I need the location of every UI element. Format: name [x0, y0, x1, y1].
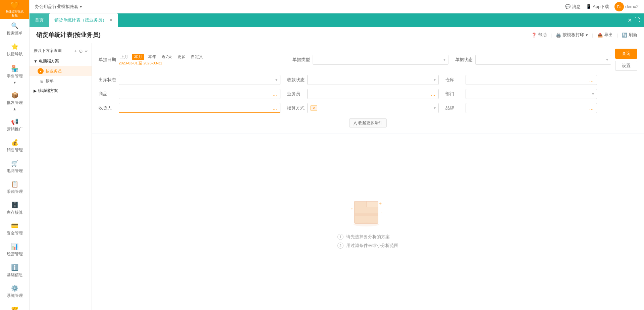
sidebar-item-system[interactable]: ⚙️ 系统管理: [0, 281, 30, 302]
retail-expand-icon: ▾: [14, 80, 16, 85]
scheme-item-salesperson[interactable]: ● 按业务员: [30, 66, 92, 76]
sidebar-quicknav-label: 快捷导航: [7, 51, 23, 57]
date-tab-this-year[interactable]: 本年: [147, 54, 158, 60]
salesperson-more-icon[interactable]: …: [431, 91, 436, 97]
breadcrumb-dropdown[interactable]: 办公用品行业模拟账套 ▾: [35, 4, 82, 10]
doctype-input-field[interactable]: [316, 57, 443, 62]
scheme-group-mobile[interactable]: ▶ 移动端方案: [30, 86, 92, 96]
date-label: 单据日期: [99, 57, 116, 63]
filter-row-4: 收货人 … 结算方式 ×: [99, 103, 637, 113]
scheme-group-expand-icon: ▼: [34, 59, 38, 64]
svg-text:✦: ✦: [379, 201, 382, 206]
sidebar-item-purchase[interactable]: 📋 采购管理: [0, 177, 30, 198]
finance-icon: 💳: [11, 222, 18, 229]
message-btn[interactable]: 💬 消息: [565, 4, 581, 10]
sidebar-item-corp[interactable]: 🤝 企业协同: [0, 302, 30, 310]
goods-input[interactable]: …: [119, 89, 280, 99]
sidebar-item-sales[interactable]: 💰 销售管理: [0, 136, 30, 156]
consignee-more-icon[interactable]: …: [272, 105, 277, 111]
brand-input-field[interactable]: [469, 106, 589, 110]
doctype-input[interactable]: ▾: [313, 55, 448, 65]
docstatus-input-field[interactable]: [478, 57, 606, 62]
empty-steps: 1 请先选择要分析的方案 2 用过滤条件来缩小分析范围: [337, 234, 398, 249]
template-print-btn[interactable]: 🖨️ 按模板打印 ▾: [556, 32, 588, 38]
brand-input[interactable]: …: [466, 103, 597, 113]
refresh-btn[interactable]: 🔄 刷新: [622, 32, 637, 38]
date-tab-prev-month[interactable]: 上月: [119, 54, 129, 60]
tab-close-window-icon[interactable]: ✕: [628, 17, 632, 23]
consignee-input-field[interactable]: [122, 106, 272, 110]
template-print-label: 按模板打印: [562, 32, 584, 38]
sidebar-item-wholesale[interactable]: 📦 批发管理 ▲: [0, 88, 30, 115]
page-title: 销货单统计表(按业务员): [36, 31, 101, 39]
tab-maximize-icon[interactable]: ⛶: [635, 17, 640, 23]
scheme-add-btn[interactable]: +: [74, 48, 77, 54]
sidebar-item-quicknav[interactable]: ⭐ 快捷导航: [0, 40, 30, 60]
scheme-collapse-btn[interactable]: «: [85, 48, 88, 54]
quicknav-icon: ⭐: [11, 43, 18, 50]
department-input[interactable]: ▾: [466, 89, 597, 99]
date-tab-this-month[interactable]: 本月: [132, 54, 144, 60]
template-print-arrow: ▾: [586, 33, 588, 38]
doctype-label: 单据类型: [292, 57, 310, 63]
department-label: 部门: [445, 91, 463, 97]
export-btn[interactable]: 📤 导出: [597, 32, 613, 38]
sidebar-marketing-label: 营销推广: [7, 126, 23, 132]
warehouse-input[interactable]: …: [466, 75, 597, 85]
scheme-item-salesperson-label: 按业务员: [46, 68, 62, 74]
date-tab-custom[interactable]: 自定义: [190, 54, 204, 60]
tab-close-icon[interactable]: ✕: [109, 18, 113, 22]
sidebar-item-ecom[interactable]: 🛒 电商管理: [0, 156, 30, 177]
goods-label: 商品: [99, 91, 116, 97]
help-btn[interactable]: ❓ 帮助: [531, 32, 547, 38]
sidebar-item-operation[interactable]: 📊 经营管理: [0, 240, 30, 260]
warehouse-input-field[interactable]: [469, 78, 589, 82]
outstatus-input[interactable]: ▾: [119, 75, 280, 85]
payment-dropdown-icon: ▾: [434, 106, 436, 110]
scheme-item-order-label: 按单: [46, 78, 54, 84]
docstatus-input[interactable]: ▾: [475, 55, 611, 65]
svg-point-5: [354, 222, 379, 226]
date-tab-more[interactable]: 更多: [176, 54, 187, 60]
tab-sales-stat[interactable]: 销货单统计表（按业务员） ✕: [49, 13, 118, 27]
sidebar-item-marketing[interactable]: 📢 营销推广: [0, 115, 30, 136]
payment-tag-close[interactable]: ×: [313, 106, 315, 110]
scheme-item-order[interactable]: ⊞ 按单: [30, 76, 92, 86]
settings-btn[interactable]: 设置: [615, 61, 637, 71]
sidebar-sales-label: 销售管理: [7, 147, 23, 153]
user-menu[interactable]: Ea demo2: [614, 2, 639, 11]
sidebar-item-retail[interactable]: 🏪 零售管理 ▾: [0, 62, 30, 88]
salesperson-input-field[interactable]: [310, 92, 431, 96]
sidebar-item-search[interactable]: 🔍 搜索菜单: [0, 19, 30, 40]
warehouse-more-icon[interactable]: …: [589, 77, 594, 83]
receiptstatus-input[interactable]: ▾: [307, 75, 439, 85]
purchase-icon: 📋: [11, 180, 18, 188]
sidebar-item-inventory[interactable]: 🗄️ 库存核算: [0, 198, 30, 219]
operation-icon: 📊: [11, 243, 18, 250]
date-tab-7days[interactable]: 近7天: [160, 54, 173, 60]
query-btn[interactable]: 查询: [615, 49, 637, 59]
scheme-group-pc-header[interactable]: ▼ 电脑端方案: [30, 56, 92, 66]
sidebar-operation-label: 经营管理: [7, 251, 23, 257]
app-download-btn[interactable]: 📱 App下载: [586, 4, 609, 10]
department-input-field[interactable]: [469, 92, 592, 96]
scheme-settings-btn[interactable]: ⊙: [79, 48, 83, 54]
topbar: 办公用品行业模拟账套 ▾ 💬 消息 📱 App下载 Ea demo2: [30, 0, 644, 13]
sidebar-purchase-label: 采购管理: [7, 189, 23, 195]
sidebar-item-basic[interactable]: ℹ️ 基础信息: [0, 260, 30, 281]
receiptstatus-input-field[interactable]: [310, 78, 434, 82]
page-content: 销货单统计表(按业务员) ❓ 帮助 | 🖨️ 按模板打印 ▾ | 📤 导出 |: [30, 27, 644, 310]
corp-icon: 🤝: [11, 305, 18, 310]
wholesale-expand-icon: ▲: [13, 107, 17, 111]
goods-more-icon[interactable]: …: [272, 91, 277, 97]
outstatus-input-field[interactable]: [122, 78, 275, 82]
sidebar-item-finance[interactable]: 💳 资金管理: [0, 219, 30, 240]
goods-input-field[interactable]: [122, 92, 272, 96]
tab-home[interactable]: 首页: [30, 13, 49, 27]
consignee-input[interactable]: …: [119, 103, 280, 113]
doctype-dropdown-icon: ▾: [443, 57, 445, 62]
salesperson-input[interactable]: …: [307, 89, 439, 99]
collapse-btn[interactable]: ⋀ 收起更多条件: [349, 118, 387, 127]
payment-input[interactable]: × ▾: [307, 103, 439, 113]
brand-more-icon[interactable]: …: [589, 105, 594, 111]
